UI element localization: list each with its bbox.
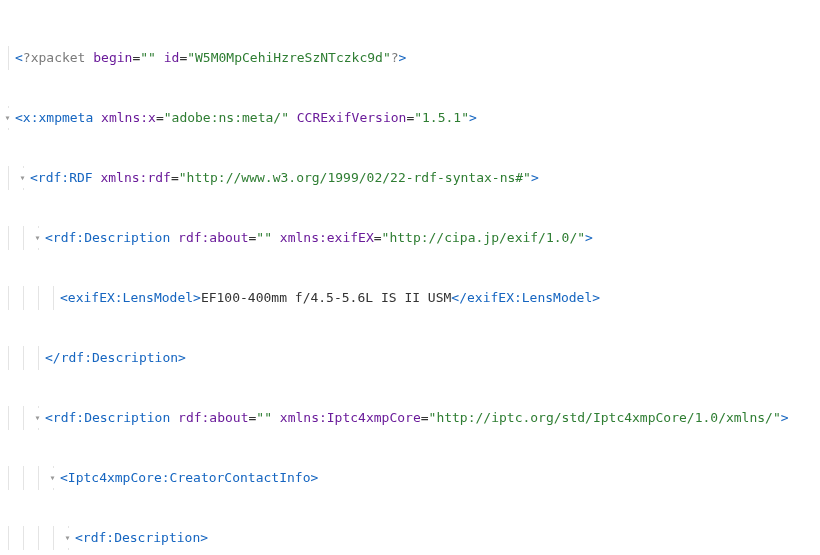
- code-line: <rdf:Description>: [0, 528, 820, 548]
- code-line: </rdf:Description>: [0, 348, 820, 368]
- code-line: <rdf:Description rdf:about="" xmlns:Iptc…: [0, 408, 820, 428]
- code-line: <rdf:RDF xmlns:rdf="http://www.w3.org/19…: [0, 168, 820, 188]
- xmlns-rdf: http://www.w3.org/1999/02/22-rdf-syntax-…: [187, 170, 524, 185]
- code-line: <Iptc4xmpCore:CreatorContactInfo>: [0, 468, 820, 488]
- code-line: <x:xmpmeta xmlns:x="adobe:ns:meta/" CCRE…: [0, 108, 820, 128]
- xml-source-view: <?xpacket begin="" id="W5M0MpCehiHzreSzN…: [0, 0, 820, 555]
- xmlns-iptc: http://iptc.org/std/Iptc4xmpCore/1.0/xml…: [436, 410, 773, 425]
- lens-model: EF100-400mm f/4.5-5.6L IS II USM: [201, 290, 451, 305]
- xmlns-x: adobe:ns:meta/: [172, 110, 282, 125]
- code-line: <?xpacket begin="" id="W5M0MpCehiHzreSzN…: [0, 48, 820, 68]
- xpacket-id: W5M0MpCehiHzreSzNTczkc9d: [195, 50, 383, 65]
- code-line: <rdf:Description rdf:about="" xmlns:exif…: [0, 228, 820, 248]
- ccr-val: 1.5.1: [422, 110, 461, 125]
- code-line: <exifEX:LensModel>EF100-400mm f/4.5-5.6L…: [0, 288, 820, 308]
- ccr-attr: CCRExifVersion: [297, 110, 407, 125]
- xmlns-exifex: http://cipa.jp/exif/1.0/: [389, 230, 577, 245]
